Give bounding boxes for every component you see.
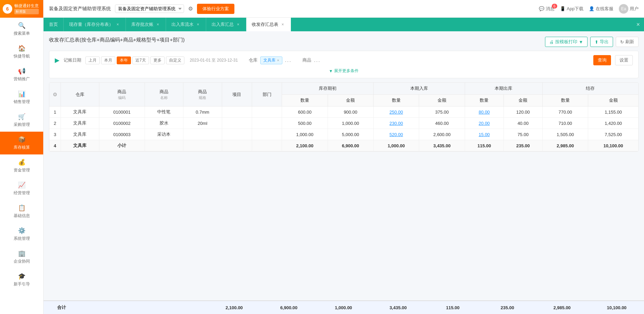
row-dept xyxy=(252,118,282,129)
row-in-qty[interactable]: 250.00 xyxy=(373,106,419,118)
home-icon: 🏠 xyxy=(18,45,26,52)
row-warehouse: 文具库 xyxy=(61,129,99,140)
trial-button[interactable]: 体验行业方案 xyxy=(197,4,234,14)
total-in-amt: 3,435.00 xyxy=(371,305,426,310)
sidebar-item-inventory[interactable]: 📦 库存核算 xyxy=(0,132,43,154)
th-warehouse: 仓库 xyxy=(61,83,99,106)
goods-more-btn[interactable]: ... xyxy=(314,57,320,63)
search-icon: 🔍 xyxy=(18,22,26,29)
sidebar-item-purchase[interactable]: 🛒 采购管理 xyxy=(0,109,43,132)
settings-side-btn[interactable]: 设置 xyxy=(615,55,633,65)
tab-batch-close[interactable]: × xyxy=(155,22,160,27)
th-goods-name: 商品名称 xyxy=(145,83,183,106)
th-settings[interactable]: ⚙ xyxy=(49,83,61,106)
row-code: 0100003 xyxy=(99,129,145,140)
sidebar-item-marketing[interactable]: 📢 营销推广 xyxy=(0,63,43,86)
online-service-btn[interactable]: 👤 在线客服 xyxy=(589,6,613,12)
date-btn-custom[interactable]: 自定义 xyxy=(166,56,184,64)
query-btn[interactable]: 查询 xyxy=(593,55,611,65)
message-badge: 6 xyxy=(552,4,557,9)
sidebar-item-enterprise[interactable]: 🏢 企业协同 xyxy=(0,246,43,268)
row-dept xyxy=(252,129,282,140)
user-label: 用户 xyxy=(630,6,639,12)
tab-flow-label: 出入库流水 xyxy=(171,21,194,28)
row-open-qty: 500.00 xyxy=(282,118,328,129)
warehouse-tag-close[interactable]: × xyxy=(277,58,279,62)
expand-more-btn[interactable]: ▼ 展开更多条件 xyxy=(329,68,359,74)
tab-stock[interactable]: 现存量（库存分布表） × xyxy=(64,18,126,31)
tabbar-close-icon[interactable]: × xyxy=(636,21,640,28)
row-dept xyxy=(252,106,282,118)
tab-home[interactable]: 首页 xyxy=(44,18,64,31)
row-in-qty[interactable]: 520.00 xyxy=(373,129,419,140)
tab-stock-close[interactable]: × xyxy=(115,22,120,27)
date-btn-cur-month[interactable]: 本月 xyxy=(101,56,115,64)
settings-gear-icon[interactable]: ⚙ xyxy=(188,5,193,12)
warehouse-tag-text: 文具库 xyxy=(263,57,276,63)
row-in-qty: 1,000.00 xyxy=(373,140,419,151)
sidebar-item-system[interactable]: ⚙️ 系统管理 xyxy=(0,223,43,246)
table-gear-icon[interactable]: ⚙ xyxy=(53,92,57,97)
sidebar-item-sales[interactable]: 📊 销售管理 xyxy=(0,86,43,109)
tab-stock-label: 现存量（库存分布表） xyxy=(69,21,113,28)
refresh-btn[interactable]: ↻ 刷新 xyxy=(616,37,639,47)
row-out-qty[interactable]: 80.00 xyxy=(465,106,503,118)
tab-batch[interactable]: 库存批次账 × xyxy=(126,18,166,31)
online-service-label: 在线客服 xyxy=(596,6,613,12)
sidebar-item-search[interactable]: 🔍 搜索菜单 xyxy=(0,18,43,40)
date-btn-7days[interactable]: 近7天 xyxy=(132,56,149,64)
row-out-qty[interactable]: 20.00 xyxy=(465,118,503,129)
date-btn-more[interactable]: 更多 xyxy=(150,56,165,64)
th-opening: 库存期初 xyxy=(282,83,374,95)
date-btn-prev-month[interactable]: 上月 xyxy=(85,56,100,64)
tab-summary-close[interactable]: × xyxy=(236,22,241,27)
date-btn-cur-year[interactable]: 本年 xyxy=(117,56,131,64)
total-out-amt: 235.00 xyxy=(480,305,535,310)
row-open-qty: 1,000.00 xyxy=(282,129,328,140)
sidebar-item-inventory-label: 库存核算 xyxy=(14,145,30,150)
sidebar-item-guide-label: 新手引导 xyxy=(14,281,30,287)
row-code: 小计 xyxy=(99,140,145,151)
tab-flow[interactable]: 出入库流水 × xyxy=(166,18,206,31)
tab-summary[interactable]: 出入库汇总 × xyxy=(206,18,246,31)
sidebar-item-finance[interactable]: 💰 资金管理 xyxy=(0,154,43,177)
sidebar-item-quick[interactable]: 🏠 快捷导航 xyxy=(0,40,43,63)
app-download-btn[interactable]: 📱 App下载 xyxy=(560,6,583,12)
table-row: 3文具库0100003采访本1,000.005,000.00520.002,60… xyxy=(49,129,638,140)
tab-flow-close[interactable]: × xyxy=(196,22,200,27)
tab-balance-close[interactable]: × xyxy=(280,22,285,27)
topbar: 装备及固定资产辅助管理系统 装备及固定资产辅助管理系统 ⚙ 体验行业方案 💬 消… xyxy=(44,0,644,18)
page-title: 收发存汇总表(按仓库+商品编码+商品+规格型号+项目+部门) xyxy=(49,37,185,43)
row-name xyxy=(145,140,183,151)
row-in-qty[interactable]: 230.00 xyxy=(373,118,419,129)
tab-balance[interactable]: 收发存汇总表 × xyxy=(246,18,291,31)
row-project xyxy=(222,129,252,140)
row-warehouse: 文具库 xyxy=(61,140,99,151)
row-dept xyxy=(252,140,282,151)
sidebar-item-business[interactable]: 📈 经营管理 xyxy=(0,177,43,200)
total-bar: 合计 2,100.00 6,900.00 1,000.00 3,435.00 1… xyxy=(44,300,644,314)
row-out-qty[interactable]: 15.00 xyxy=(465,129,503,140)
marketing-icon: 📢 xyxy=(18,67,26,75)
table-row: 1文具库0100001中性笔0.7mm600.00900.00250.00375… xyxy=(49,106,638,118)
export-btn[interactable]: ⬆ 导出 xyxy=(590,37,613,47)
system-selector[interactable]: 装备及固定资产辅助管理系统 xyxy=(115,4,184,13)
row-in-amt: 375.00 xyxy=(419,106,465,118)
row-project xyxy=(222,106,252,118)
message-btn[interactable]: 💬 消息 6 xyxy=(539,6,555,12)
sidebar-item-basic[interactable]: 📋 基础信息 xyxy=(0,200,43,223)
filter-arrow-icon[interactable]: ▶ xyxy=(55,56,60,64)
total-bal-qty: 2,985.00 xyxy=(535,305,590,310)
print-btn[interactable]: 🖨 按模板打印 ▼ xyxy=(545,37,588,47)
user-menu[interactable]: Ea 用户 xyxy=(619,4,639,14)
sales-icon: 📊 xyxy=(18,90,26,98)
sidebar-item-guide[interactable]: 🎓 新手引导 xyxy=(0,268,43,291)
row-name: 胶水 xyxy=(145,118,183,129)
row-in-amt: 460.00 xyxy=(419,118,465,129)
row-bal-amt: 1,420.00 xyxy=(588,118,638,129)
row-in-amt: 2,600.00 xyxy=(419,129,465,140)
filter-panel: ▶ 记账日期 上月 本月 本年 近7天 更多 自定义 2023-01-01 至 … xyxy=(49,51,639,78)
enterprise-icon: 🏢 xyxy=(18,250,26,257)
warehouse-more-btn[interactable]: ... xyxy=(285,57,292,63)
row-bal-amt: 10,100.00 xyxy=(588,140,638,151)
